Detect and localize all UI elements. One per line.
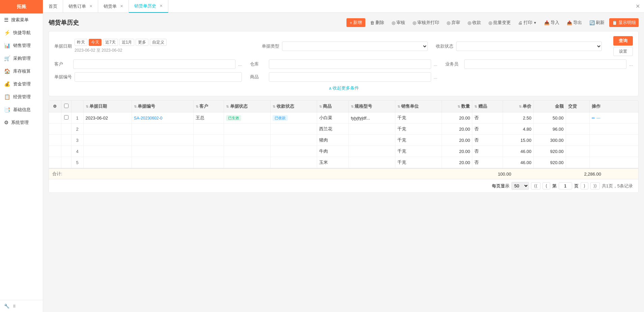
sidebar-item-finance[interactable]: 💰 资金管理 <box>0 78 43 90</box>
refresh-button[interactable]: 🔄 刷新 <box>587 18 607 27</box>
th-spec[interactable]: ⇅ 规格型号 <box>348 101 395 112</box>
sidebar-item-basic-info[interactable]: 📑 基础信息 <box>0 103 43 116</box>
row-sales-unit: 千克 <box>395 112 442 124</box>
row-checkbox[interactable] <box>64 115 68 120</box>
row-doc-number[interactable] <box>132 157 193 168</box>
filter-payment-status-select[interactable] <box>456 42 602 51</box>
sidebar-logo: 拓账 <box>0 0 43 14</box>
sidebar-item-purchase-mgmt[interactable]: 🛒 采购管理 <box>0 52 43 65</box>
filter-customer-input[interactable] <box>73 59 235 69</box>
prev-page-button[interactable]: ⟨ <box>542 182 550 189</box>
tab-bar-close[interactable]: ✕ <box>632 3 644 9</box>
filter-goods-input[interactable] <box>269 72 431 82</box>
row-doc-number[interactable] <box>132 124 193 135</box>
date-btn-custom[interactable]: 自定义 <box>150 39 167 46</box>
th-sales-unit[interactable]: ⇅ 销售单位 <box>395 101 442 112</box>
sidebar-item-sales-mgmt[interactable]: 📊 销售管理 <box>0 39 43 52</box>
page-unit: 页 <box>574 183 579 189</box>
system-mgmt-icon: ⚙ <box>4 120 8 126</box>
collapse-button[interactable]: ∧ 收起更多条件 <box>329 85 359 91</box>
edit-action[interactable]: ✏ <box>592 116 595 121</box>
tab-home[interactable]: 首页 <box>43 0 63 13</box>
goods-dots[interactable]: ... <box>434 75 438 80</box>
date-btn-7days[interactable]: 近7天 <box>103 39 118 46</box>
row-quantity: 20.00 <box>442 157 472 168</box>
sidebar-item-quick-nav[interactable]: ⚡ 快捷导航 <box>0 26 43 39</box>
first-page-button[interactable]: ⟨⟨ <box>531 182 540 189</box>
sidebar-item-search-menu[interactable]: ☰ 搜索菜单 <box>0 14 43 26</box>
tab-sales-history-close[interactable]: ✕ <box>160 4 163 8</box>
collect-button[interactable]: ◎ 收款 <box>465 18 484 27</box>
sidebar-bottom-icon2[interactable]: ⏸ <box>12 304 17 309</box>
filter-doc-type-select[interactable] <box>282 42 428 51</box>
th-amount[interactable]: 金额 <box>534 101 566 112</box>
customer-dots[interactable]: ... <box>238 62 242 67</box>
date-btn-today[interactable]: 今天 <box>89 39 102 46</box>
filter-doc-number-input[interactable] <box>75 72 242 82</box>
th-goods[interactable]: ⇅ 商品 <box>317 101 349 112</box>
delete-button[interactable]: 🗑 删除 <box>367 18 387 27</box>
show-detail-button[interactable]: 📋 显示明细 <box>609 18 639 27</box>
th-quantity[interactable]: ⇅ 数量 <box>442 101 472 112</box>
th-gear[interactable]: ⚙ <box>49 101 61 112</box>
per-page-select[interactable]: 50 100 200 <box>511 182 529 190</box>
sidebar-bottom-icon1[interactable]: 🔧 <box>4 304 9 309</box>
row-quantity: 20.00 <box>442 146 472 157</box>
date-btn-more[interactable]: 更多 <box>136 39 148 46</box>
row-actions <box>589 135 638 146</box>
th-doc-date[interactable]: ⇅ 单据日期 <box>83 101 132 112</box>
doc-number-link[interactable]: SA-20230602-0 <box>134 116 162 121</box>
date-btn-1month[interactable]: 近1月 <box>119 39 135 46</box>
more-action[interactable]: ⋯ <box>596 116 600 121</box>
sidebar: 拓账 ☰ 搜索菜单 ⚡ 快捷导航 📊 销售管理 🛒 采购管理 🏠 库存核算 💰 … <box>0 0 43 312</box>
th-customer[interactable]: ⇅ 客户 <box>193 101 224 112</box>
warehouse-dots[interactable]: ... <box>434 62 438 67</box>
filter-doc-number: 单据编号 <box>54 72 242 82</box>
tab-sales-goods[interactable]: 销货单 ✕ <box>98 0 129 13</box>
audit-print-button[interactable]: ◎ 审核并打印 <box>410 18 442 27</box>
import-button[interactable]: 📥 导入 <box>541 18 562 27</box>
tab-sales-order-close[interactable]: ✕ <box>89 4 92 8</box>
row-payment-status <box>271 135 317 146</box>
last-page-button[interactable]: ⟩⟩ <box>590 182 600 189</box>
tab-sales-goods-close[interactable]: ✕ <box>120 4 123 8</box>
abandon-button[interactable]: ◎ 弃审 <box>444 18 463 27</box>
batch-change-button[interactable]: ◎ 批量变更 <box>486 18 513 27</box>
sidebar-item-system-mgmt[interactable]: ⚙ 系统管理 <box>0 116 43 129</box>
row-doc-number[interactable] <box>132 146 193 157</box>
sidebar-bottom: 🔧 ⏸ <box>0 300 43 312</box>
sidebar-item-operations[interactable]: 📋 经营管理 <box>0 90 43 103</box>
filter-warehouse-input[interactable] <box>269 59 431 69</box>
salesperson-dots[interactable]: ... <box>629 62 633 67</box>
select-all-checkbox[interactable] <box>64 104 68 108</box>
settings-button[interactable]: 设置 <box>613 47 633 56</box>
filter-row-2: 客户 ... 仓库 ... 业务员 ... <box>54 59 633 69</box>
tab-sales-order[interactable]: 销售订单 ✕ <box>63 0 98 13</box>
filter-row-3: 单据编号 商品 ... <box>54 72 633 82</box>
print-button[interactable]: 🖨 打印 ▼ <box>515 18 539 27</box>
per-page-label: 每页显示 <box>492 183 509 189</box>
filter-salesperson-input[interactable] <box>464 59 626 69</box>
tab-sales-history[interactable]: 销货单历史 ✕ <box>129 0 168 13</box>
page-number-input[interactable] <box>559 182 572 189</box>
row-doc-date: 2023-06-02 <box>83 112 132 124</box>
th-payment-status[interactable]: ⇅ 收款状态 <box>271 101 317 112</box>
new-button[interactable]: + 新增 <box>346 18 366 27</box>
row-doc-number[interactable]: SA-20230602-0 <box>132 112 193 124</box>
row-gear <box>49 135 61 146</box>
export-button[interactable]: 📤 导出 <box>564 18 585 27</box>
th-unit-price[interactable]: ⇅ 单价 <box>503 101 534 112</box>
th-transaction[interactable]: 交货 <box>566 101 589 112</box>
sidebar-item-inventory[interactable]: 🏠 库存核算 <box>0 65 43 78</box>
row-quantity: 20.00 <box>442 135 472 146</box>
date-btn-yesterday[interactable]: 昨天 <box>75 39 87 46</box>
row-gift: 否 <box>472 146 503 157</box>
th-doc-number[interactable]: ⇅ 单据编号 <box>132 101 193 112</box>
th-gift[interactable]: ⇅ 赠品 <box>472 101 503 112</box>
th-doc-status[interactable]: ⇅ 单据状态 <box>224 101 271 112</box>
abandon-icon: ◎ <box>447 20 450 25</box>
audit-button[interactable]: ◎ 审核 <box>389 18 408 27</box>
next-page-button[interactable]: ⟩ <box>581 182 588 189</box>
row-doc-number[interactable] <box>132 135 193 146</box>
query-button[interactable]: 查询 <box>613 36 633 46</box>
